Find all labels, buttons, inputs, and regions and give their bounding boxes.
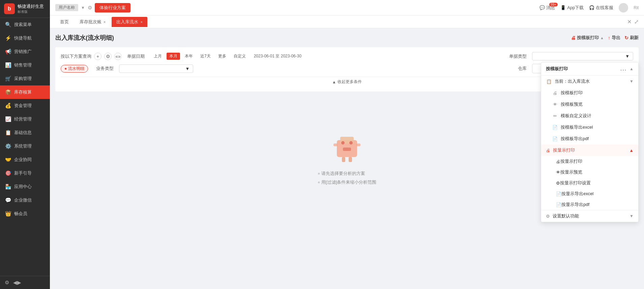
svg-rect-7 — [342, 157, 345, 162]
sidebar-item-wechat[interactable]: 💬企业微信 — [0, 193, 50, 207]
topbar-gear-icon[interactable]: ⚙ — [88, 5, 92, 11]
display-preview-icon: 👁 — [556, 170, 560, 175]
dp-item-display-export-pdf[interactable]: 📄按显示导出pdf — [541, 199, 638, 210]
dp-item-display-print-settings[interactable]: ⚙按显示打印设置 — [541, 178, 638, 188]
date-btn-更多[interactable]: 更多 — [215, 53, 229, 60]
template-items-group: 🖨按模板打印👁按模板预览✏模板自定义设计📄按模板导出excel📄按模板导出pdf — [541, 87, 638, 144]
filter-section-label-group: 按以下方案查询 + ⚙ «» — [61, 53, 122, 60]
display-print-icon: 🖨 — [556, 159, 560, 164]
flow-detail-tag[interactable]: ● 流水明细 — [61, 65, 88, 73]
print-button[interactable]: 🖨 按模板打印 ▲ — [571, 35, 604, 41]
sidebar-nav: 🔍搜索菜单⚡快捷导航📢营销推广📊销售管理🛒采购管理📦库存核算💰资金管理📈经营管理… — [0, 18, 50, 276]
sidebar-item-collab[interactable]: 🤝企业协同 — [0, 153, 50, 166]
sidebar-item-marketing[interactable]: 📢营销推广 — [0, 45, 50, 58]
empty-tip-1: 请先选择要分析的方案 — [318, 169, 377, 178]
display-print-section[interactable]: 🖨 按显示打印 ▲ — [541, 144, 638, 156]
business-type-label: 业务类型 — [96, 65, 114, 72]
dropdown-footer[interactable]: ⚙ 设置默认功能 ▼ — [541, 210, 638, 222]
settings-icon[interactable]: ⚙ — [5, 280, 9, 286]
dp-item-display-print[interactable]: 🖨按显示打印 — [541, 156, 638, 167]
page-content: 出入库流水(流水明细) 🖨 按模板打印 ▲ ↑ 导出 ↻ 刷新 — [50, 28, 644, 289]
display-print-section-icon: 🖨 — [546, 148, 550, 153]
refresh-button[interactable]: ↻ 刷新 — [624, 35, 639, 41]
date-btn-自定义[interactable]: 自定义 — [231, 53, 248, 60]
dp-item-template-export-pdf[interactable]: 📄按模板导出pdf — [541, 133, 638, 144]
collab-icon: 🤝 — [5, 156, 11, 163]
search-icon: 🔍 — [5, 21, 11, 28]
collapse-sidebar-icon[interactable]: ◀▶ — [13, 280, 21, 286]
topbar: 用户名称 ▼ ⚙ 体验行业方案 💬 消息 99+ 📱 App下载 🎧 在线客服 … — [50, 0, 644, 16]
sidebar-item-inventory[interactable]: 📦库存核算 — [0, 85, 50, 99]
dropdown-header-chevron-icon[interactable]: ▲ — [630, 67, 634, 71]
tab-home[interactable]: 首页 — [55, 17, 74, 27]
print-dropdown-panel: 按模板打印 ... ▲ 📋 当前：出入库流水 ▼ 🖨按模板打印👁按模板预览✏模板… — [541, 62, 639, 222]
date-btn-近7天[interactable]: 近7天 — [198, 53, 213, 60]
sidebar-item-sales[interactable]: 📊销售管理 — [0, 58, 50, 72]
message-button[interactable]: 💬 消息 99+ — [539, 5, 555, 11]
dp-item-template-print[interactable]: 🖨按模板打印 — [541, 87, 638, 99]
sales-icon: 📊 — [5, 62, 11, 69]
sidebar-item-shortcut[interactable]: ⚡快捷导航 — [0, 31, 50, 45]
tag-dot-icon: ● — [64, 66, 67, 71]
close-inventory-batch-tab-icon[interactable]: × — [104, 20, 106, 24]
sidebar-item-member[interactable]: 👑畅会员 — [0, 207, 50, 220]
purchase-icon: 🛒 — [5, 75, 11, 82]
filter-settings-icon[interactable]: ⚙ — [104, 53, 112, 60]
empty-tip-2: 用[过滤]条件来缩小分析范围 — [318, 178, 377, 187]
export-button[interactable]: ↑ 导出 — [608, 35, 620, 41]
sidebar-item-purchase[interactable]: 🛒采购管理 — [0, 72, 50, 85]
dp-item-display-preview[interactable]: 👁按显示预览 — [541, 167, 638, 178]
print-icon: 🖨 — [571, 35, 576, 41]
empty-illustration — [330, 130, 364, 164]
dropdown-current-item[interactable]: 📋 当前：出入库流水 ▼ — [541, 76, 638, 87]
dropdown-more-icon[interactable]: ... — [620, 66, 627, 72]
date-btn-上月[interactable]: 上月 — [151, 53, 165, 60]
phone-icon: 📱 — [560, 5, 566, 10]
add-condition-button[interactable]: + — [94, 53, 101, 60]
page-action-bar: 🖨 按模板打印 ▲ ↑ 导出 ↻ 刷新 — [571, 35, 639, 41]
tab-inventory-batch[interactable]: 库存批次账 × — [75, 17, 110, 27]
sidebar-item-appstore[interactable]: 🏪应用中心 — [0, 180, 50, 193]
close-inventory-flow-tab-icon[interactable]: × — [140, 20, 142, 24]
dp-item-template-export-excel[interactable]: 📄按模板导出excel — [541, 122, 638, 133]
print-chevron-up-icon: ▲ — [600, 36, 604, 40]
user-chevron-icon[interactable]: ▼ — [81, 5, 85, 10]
filter-row-1: 按以下方案查询 + ⚙ «» 单据日期 上月本月本年近7天更多自定义 2023-… — [61, 52, 633, 60]
dp-item-display-export-excel[interactable]: 📄按显示导出excel — [541, 188, 638, 199]
export-icon: ↑ — [608, 35, 610, 41]
template-custom-icon: ✏ — [552, 113, 558, 119]
window-close-icon[interactable]: ✕ — [627, 19, 632, 25]
app-download-button[interactable]: 📱 App下载 — [560, 5, 584, 11]
filter-expand-icon[interactable]: «» — [114, 53, 122, 60]
shortcut-icon: ⚡ — [5, 35, 11, 42]
sidebar-item-operation[interactable]: 📈经营管理 — [0, 112, 50, 126]
message-icon: 💬 — [539, 5, 545, 10]
window-maximize-icon[interactable]: ⤢ — [634, 19, 639, 25]
dp-item-template-custom[interactable]: ✏模板自定义设计 — [541, 110, 638, 122]
display-export-excel-icon: 📄 — [556, 191, 561, 196]
sidebar-item-search[interactable]: 🔍搜索菜单 — [0, 18, 50, 31]
tab-inventory-flow[interactable]: 出入库流水 × — [112, 17, 147, 27]
date-btn-本年[interactable]: 本年 — [182, 53, 196, 60]
sidebar-item-finance[interactable]: 💰资金管理 — [0, 99, 50, 112]
online-service-button[interactable]: 🎧 在线客服 — [589, 5, 613, 11]
chevron-up-icon: ▲ — [332, 80, 336, 84]
doc-type-selector[interactable]: ▼ — [532, 52, 633, 60]
template-export-excel-icon: 📄 — [552, 124, 558, 130]
doc-type-chevron-icon: ▼ — [625, 54, 630, 59]
topbar-left: 用户名称 ▼ ⚙ 体验行业方案 — [55, 3, 535, 12]
sidebar-item-guide[interactable]: 🎯新手引导 — [0, 166, 50, 180]
sidebar-bottom: ⚙ ◀▶ — [0, 276, 50, 289]
date-btn-本月[interactable]: 本月 — [167, 53, 180, 60]
avatar[interactable] — [619, 3, 628, 12]
dropdown-title: 按模板打印 — [546, 66, 568, 72]
settings-default-icon: ⚙ — [546, 214, 550, 219]
sidebar-item-basic[interactable]: 📋基础信息 — [0, 126, 50, 139]
user-selector[interactable]: 用户名称 — [55, 4, 78, 11]
window-controls: ✕ ⤢ — [627, 19, 639, 25]
business-type-selector[interactable]: ▼ — [119, 64, 193, 73]
basic-icon: 📋 — [5, 129, 11, 136]
dp-item-template-preview[interactable]: 👁按模板预览 — [541, 99, 638, 110]
industry-solution-button[interactable]: 体验行业方案 — [95, 3, 130, 12]
sidebar-item-system[interactable]: ⚙️系统管理 — [0, 139, 50, 153]
